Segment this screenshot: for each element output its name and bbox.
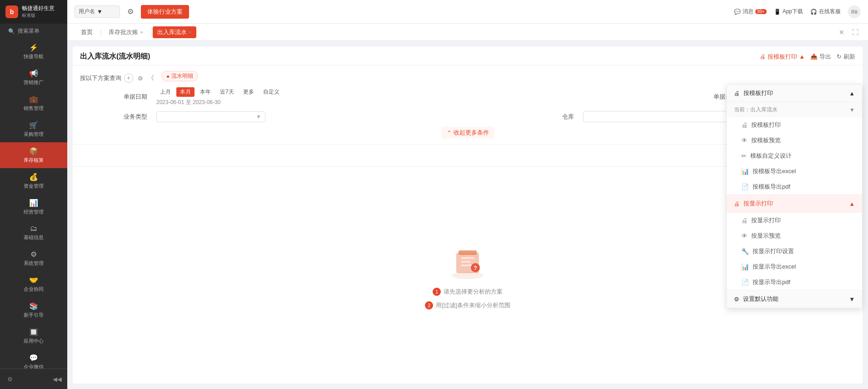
user-selector[interactable]: 用户名 ▼ xyxy=(75,5,120,18)
current-arrow[interactable]: ▼ xyxy=(849,107,855,113)
dropdown-display-pdf[interactable]: 📄 按显示导出pdf xyxy=(727,274,862,290)
hint-text-2: 用[过滤]条件来缩小分析范围 xyxy=(436,301,510,309)
sidebar-item-system[interactable]: ⚙ 系统管理 xyxy=(0,245,67,271)
template-design-icon: ✏ xyxy=(741,152,747,160)
dropdown-display-excel[interactable]: 📊 按显示导出excel xyxy=(727,259,862,274)
headset-icon: 🎧 xyxy=(810,9,817,15)
svg-rect-2 xyxy=(459,250,477,255)
dropdown-template-preview[interactable]: 👁 按模板预览 xyxy=(727,133,862,148)
sidebar-item-label: 系统管理 xyxy=(24,260,44,267)
sidebar-item-marketing[interactable]: 📢 营销推广 xyxy=(0,65,67,90)
sidebar-search[interactable]: 🔍 搜索菜单 xyxy=(0,24,67,39)
hint-num-1: 1 xyxy=(433,288,441,296)
display-pdf-label: 按显示导出pdf xyxy=(753,278,790,286)
app-download-btn[interactable]: 📱 App下载 xyxy=(774,8,803,15)
sidebar-item-label: 新手引导 xyxy=(24,312,44,319)
filter-collapse-icon[interactable]: 《 xyxy=(148,74,154,82)
sales-icon: 💼 xyxy=(29,95,38,104)
tab-inventory-batch[interactable]: 库存批次账 × xyxy=(102,25,149,40)
dropdown-display-print[interactable]: 🖨 按显示打印 xyxy=(727,213,862,228)
sidebar-item-wechat[interactable]: 💬 企业微信 xyxy=(0,349,67,369)
section-template-print-header[interactable]: 🖨 按模板打印 ▲ xyxy=(727,85,862,102)
filter-settings-btn[interactable]: ⚙ xyxy=(136,74,145,83)
collapse-more-btn[interactable]: ⌃ 收起更多条件 xyxy=(441,127,494,139)
sidebar-item-apps[interactable]: 🔲 应用中心 xyxy=(0,323,67,349)
current-template-label: 当前：出入库流水 ▼ xyxy=(727,102,862,117)
refresh-btn[interactable]: ↻ 刷新 xyxy=(837,53,855,61)
sidebar-item-purchase[interactable]: 🛒 采购管理 xyxy=(0,116,67,142)
export-icon: 📤 xyxy=(810,53,818,60)
tab-inventory-flow-close[interactable]: × xyxy=(189,30,191,35)
tab-home-label: 首页 xyxy=(81,28,93,36)
page-header: 出入库流水(流水明细) 🖨 按模板打印 ▲ 📤 导出 ↻ 刷新 xyxy=(73,46,863,65)
svg-rect-3 xyxy=(461,257,474,259)
tab-inventory-flow[interactable]: 出入库流水 × xyxy=(153,26,196,38)
print-template-icon: 🖨 xyxy=(734,90,740,97)
display-pdf-icon: 📄 xyxy=(741,279,749,286)
section-display-collapse-icon[interactable]: ▲ xyxy=(849,200,855,207)
section-template-collapse-icon[interactable]: ▲ xyxy=(849,90,855,97)
support-label: 在线客服 xyxy=(819,8,841,15)
biz-type-select[interactable]: ▼ xyxy=(156,111,265,122)
dropdown-display-settings[interactable]: 🔧 按显示打印设置 xyxy=(727,244,862,259)
filter-tag[interactable]: ● 流水明细 xyxy=(161,71,198,81)
sidebar-item-guide[interactable]: 📚 新手引导 xyxy=(0,297,67,323)
empty-hint-1: 1 请先选择要分析的方案 xyxy=(433,288,503,296)
date-opt-7days[interactable]: 近7天 xyxy=(216,87,238,97)
message-btn[interactable]: 💬 消息 99+ xyxy=(734,8,767,15)
tab-close-page-btn[interactable]: ✕ xyxy=(836,27,847,38)
phone-icon: 📱 xyxy=(774,9,781,15)
section-template-print-label: 按模板打印 xyxy=(743,89,773,97)
svg-text:?: ? xyxy=(474,265,477,271)
dropdown-template-print[interactable]: 🖨 按模板打印 xyxy=(727,117,862,133)
date-opt-this-month[interactable]: 本月 xyxy=(176,87,195,97)
tab-inventory-batch-close[interactable]: × xyxy=(140,30,143,35)
date-opt-more[interactable]: 更多 xyxy=(239,87,258,97)
template-design-label: 模板自定义设计 xyxy=(750,152,792,160)
apps-icon: 🔲 xyxy=(29,328,38,336)
sidebar-bottom: ⚙ ◀◀ xyxy=(0,369,67,389)
sidebar-item-basic[interactable]: 🗂 基础信息 xyxy=(0,220,67,245)
date-opt-custom[interactable]: 自定义 xyxy=(259,87,283,97)
message-icon: 💬 xyxy=(734,9,741,15)
date-opt-prev-month[interactable]: 上月 xyxy=(156,87,175,97)
message-label: 消息 xyxy=(743,8,753,15)
section-display-print-header[interactable]: 🖨 按显示打印 ▲ xyxy=(727,195,862,213)
filter-add-btn[interactable]: + xyxy=(124,74,133,83)
sidebar-item-label: 资金管理 xyxy=(24,183,44,190)
sidebar-item-finance[interactable]: 💰 资金管理 xyxy=(0,168,67,194)
dropdown-display-preview[interactable]: 👁 按显示预览 xyxy=(727,228,862,244)
sidebar-collapse-btn[interactable]: ◀◀ xyxy=(53,374,62,384)
sidebar-item-quick-nav[interactable]: ⚡ 快捷导航 xyxy=(0,39,67,65)
dropdown-template-excel[interactable]: 📊 按模板导出excel xyxy=(727,164,862,179)
date-opt-this-year[interactable]: 本年 xyxy=(196,87,215,97)
dropdown-template-design[interactable]: ✏ 模板自定义设计 xyxy=(727,148,862,164)
svg-rect-5 xyxy=(461,264,473,266)
template-excel-icon: 📊 xyxy=(741,168,749,175)
sidebar-item-operations[interactable]: 📊 经营管理 xyxy=(0,194,67,220)
section-default-settings-header[interactable]: ⚙ 设置默认功能 ▼ xyxy=(727,290,862,308)
warehouse-label: 仓库 xyxy=(562,113,576,121)
support-btn[interactable]: 🎧 在线客服 xyxy=(810,8,841,15)
print-btn[interactable]: 🖨 按模板打印 ▲ xyxy=(760,53,805,61)
dropdown-template-pdf[interactable]: 📄 按模板导出pdf xyxy=(727,179,862,194)
sidebar-item-sales[interactable]: 💼 销售管理 xyxy=(0,90,67,116)
tab-inventory-batch-label: 库存批次账 xyxy=(109,28,138,36)
operations-icon: 📊 xyxy=(29,199,38,207)
export-btn[interactable]: 📤 导出 xyxy=(810,53,831,61)
section-default-arrow[interactable]: ▼ xyxy=(849,296,855,303)
purchase-icon: 🛒 xyxy=(29,121,38,130)
tab-maximize-btn[interactable]: ⛶ xyxy=(850,27,861,38)
app-label: App下载 xyxy=(783,8,803,15)
filter-label-group: 按以下方案查询 + ⚙ 《 xyxy=(80,71,154,83)
user-avatar[interactable]: Rit xyxy=(848,5,861,18)
filter-tag-label: 流水明细 xyxy=(171,72,193,80)
sidebar-item-inventory[interactable]: 📦 库存核算 xyxy=(0,142,67,168)
trial-btn[interactable]: 体验行业方案 xyxy=(141,5,189,19)
topbar-settings-btn[interactable]: ⚙ xyxy=(124,5,137,19)
tab-home[interactable]: 首页 xyxy=(75,25,99,40)
sidebar-settings-btn[interactable]: ⚙ xyxy=(5,374,15,384)
guide-icon: 📚 xyxy=(29,302,38,310)
sidebar-item-coop[interactable]: 🤝 企业协同 xyxy=(0,271,67,297)
print-icon: 🖨 xyxy=(760,53,766,60)
